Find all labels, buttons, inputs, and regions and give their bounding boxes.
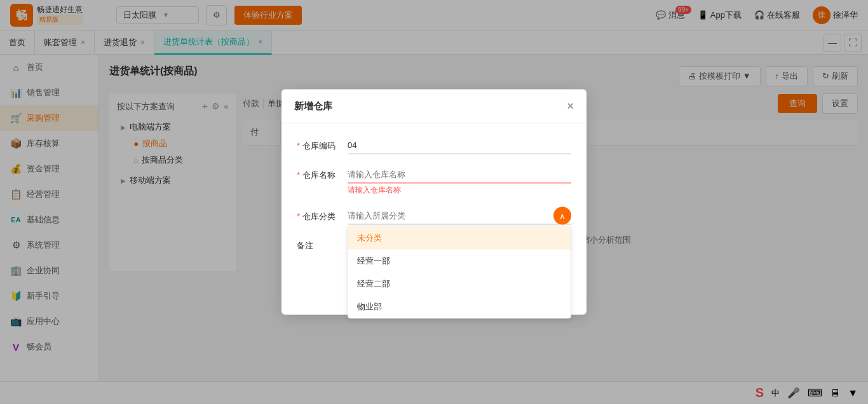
category-option-dept2[interactable]: 经营二部 xyxy=(348,273,571,295)
category-dropdown-toggle[interactable]: ∧ xyxy=(553,207,571,225)
code-input[interactable] xyxy=(348,137,571,154)
category-input[interactable] xyxy=(348,207,571,225)
category-dropdown-list: 未分类 经营一部 经营二部 物业部 xyxy=(348,226,571,319)
modal-title: 新增仓库 xyxy=(294,100,332,112)
category-label: 仓库分类 xyxy=(297,207,348,222)
category-option-dept1[interactable]: 经营一部 xyxy=(348,250,571,273)
category-option-property[interactable]: 物业部 xyxy=(348,295,571,318)
name-label: 仓库名称 xyxy=(297,166,348,181)
modal-close-button[interactable]: × xyxy=(567,100,574,113)
category-select-wrap: ∧ 未分类 经营一部 经营二部 物业部 xyxy=(348,207,571,225)
modal-body: 仓库编码 仓库名称 请输入仓库名称 仓库分类 ∧ 未分类 经营一部 xyxy=(281,124,587,278)
modal-header: 新增仓库 × xyxy=(281,90,587,124)
form-row-category: 仓库分类 ∧ 未分类 经营一部 经营二部 物业部 xyxy=(297,207,571,225)
note-label: 备注 xyxy=(297,236,348,252)
code-label: 仓库编码 xyxy=(297,137,348,152)
form-row-name: 仓库名称 请输入仓库名称 xyxy=(297,166,571,196)
add-warehouse-modal: 新增仓库 × 仓库编码 仓库名称 请输入仓库名称 仓库分类 ∧ xyxy=(281,90,587,315)
code-input-wrap xyxy=(348,137,571,154)
form-row-code: 仓库编码 xyxy=(297,137,571,154)
name-error-message: 请输入仓库名称 xyxy=(348,184,571,196)
name-input-wrap: 请输入仓库名称 xyxy=(348,166,571,196)
name-input[interactable] xyxy=(348,166,571,184)
category-option-uncategorized[interactable]: 未分类 xyxy=(348,227,571,250)
